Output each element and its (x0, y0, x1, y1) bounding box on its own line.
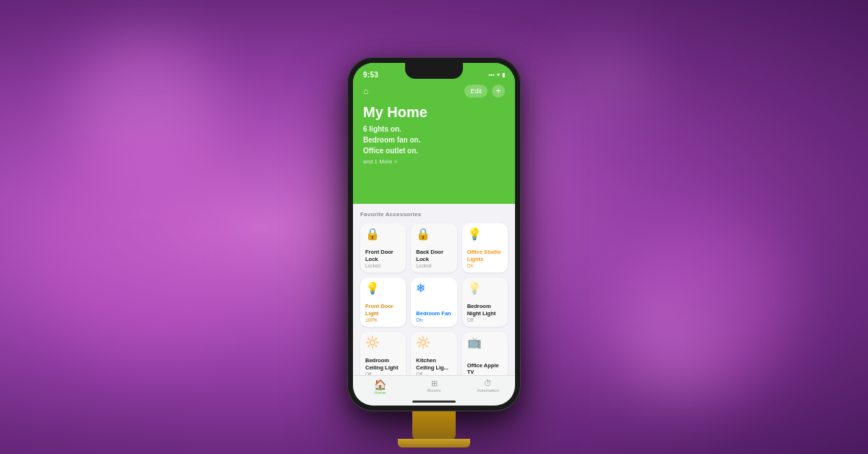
status-icons: ▪▪▪ ▾ ▮ (488, 72, 505, 78)
tab-rooms-label: Rooms (427, 388, 441, 393)
signal-icon: ▪▪▪ (488, 72, 495, 78)
wifi-icon: ▾ (497, 72, 500, 78)
home-indicator (412, 401, 456, 403)
accessories-grid: 🔒 Front Door Lock Locked 🔒 Back Door Loc… (360, 223, 508, 375)
phone-screen: 9:53 ▪▪▪ ▾ ▮ ⌂ Edit + My Home (353, 63, 515, 406)
tile-bedroom-ceiling-light[interactable]: 🔆 Bedroom Ceiling Light Off (360, 332, 406, 375)
tile-kitchen-ceiling-light[interactable]: 🔆 Kitchen Ceiling Lig... Off (411, 332, 456, 375)
phone-stand (412, 411, 456, 440)
tile-bedroom-fan[interactable]: ❄ Bedroom Fan On (411, 278, 456, 327)
home-subtitle: 6 lights on. Bedroom fan on. Office outl… (363, 124, 505, 156)
fan-icon: ❄ (416, 283, 451, 294)
accessories-section-title: Favorite Accessories (360, 211, 508, 218)
phone-device: 9:53 ▪▪▪ ▾ ▮ ⌂ Edit + My Home (347, 57, 521, 411)
tile-name: Bedroom Ceiling Light (365, 357, 401, 372)
edit-button[interactable]: Edit (464, 85, 488, 98)
tab-rooms[interactable]: ⊞ Rooms (407, 380, 461, 393)
bulb-on-icon: 💡 (467, 228, 503, 240)
tile-status: On (467, 264, 503, 269)
header-nav: ⌂ Edit + (363, 85, 505, 98)
rooms-tab-icon: ⊞ (431, 380, 438, 387)
tile-status: Locked (365, 264, 401, 269)
tile-status: 100% (365, 318, 401, 323)
tv-icon: 📺 (467, 337, 503, 348)
home-tab-icon: 🏠 (374, 380, 386, 390)
tile-front-door-lock[interactable]: 🔒 Front Door Lock Locked (360, 223, 406, 273)
status-time: 9:53 (363, 71, 378, 79)
tab-home-label: Home (374, 390, 386, 395)
ceiling-light-icon: 🔆 (416, 337, 451, 348)
tile-name: Front Door Lock (365, 249, 401, 263)
bulb-on-icon: 💡 (365, 283, 401, 294)
automation-tab-icon: ⏱ (484, 380, 492, 387)
lock-icon: 🔒 (416, 228, 451, 240)
phone-stand-base (398, 439, 470, 447)
tile-back-door-lock[interactable]: 🔒 Back Door Lock Locked (411, 223, 456, 273)
header-action-buttons: Edit + (464, 85, 505, 98)
tile-office-studio-lights[interactable]: 💡 Office Studio Lights On (462, 223, 508, 273)
tile-name: Bedroom Night Light (467, 303, 503, 317)
tile-status: On (416, 318, 451, 323)
add-button[interactable]: + (492, 85, 505, 98)
bulb-off-icon: 💡 (467, 283, 503, 294)
tile-office-apple-tv[interactable]: 📺 Office Apple TV (462, 332, 508, 375)
home-nav-icon: ⌂ (363, 86, 368, 96)
home-header: ⌂ Edit + My Home 6 lights on. Bedroom fa… (353, 63, 515, 204)
tile-name: Kitchen Ceiling Lig... (416, 357, 451, 372)
battery-icon: ▮ (502, 72, 505, 78)
tile-name: Office Studio Lights (467, 249, 503, 263)
tab-automation[interactable]: ⏱ Automation (461, 380, 515, 393)
tile-name: Front Door Light (365, 303, 401, 317)
tile-status: Off (467, 318, 503, 323)
phone-shell: 9:53 ▪▪▪ ▾ ▮ ⌂ Edit + My Home (347, 57, 521, 411)
home-title: My Home (363, 103, 505, 121)
tile-status: Locked (416, 264, 451, 269)
ceiling-light-icon: 🔆 (365, 337, 401, 348)
tile-name: Bedroom Fan (416, 310, 451, 317)
phone-notch (405, 63, 463, 79)
tile-front-door-light[interactable]: 💡 Front Door Light 100% (360, 278, 406, 327)
tab-automation-label: Automation (477, 388, 499, 393)
tab-home[interactable]: 🏠 Home (353, 380, 407, 395)
tile-name: Office Apple TV (467, 362, 503, 376)
lock-icon: 🔒 (365, 228, 401, 240)
tile-name: Back Door Lock (416, 249, 451, 263)
tile-bedroom-night-light[interactable]: 💡 Bedroom Night Light Off (462, 278, 508, 327)
main-content: Favorite Accessories 🔒 Front Door Lock L… (353, 204, 515, 375)
home-more-link[interactable]: and 1 More > (363, 158, 505, 165)
